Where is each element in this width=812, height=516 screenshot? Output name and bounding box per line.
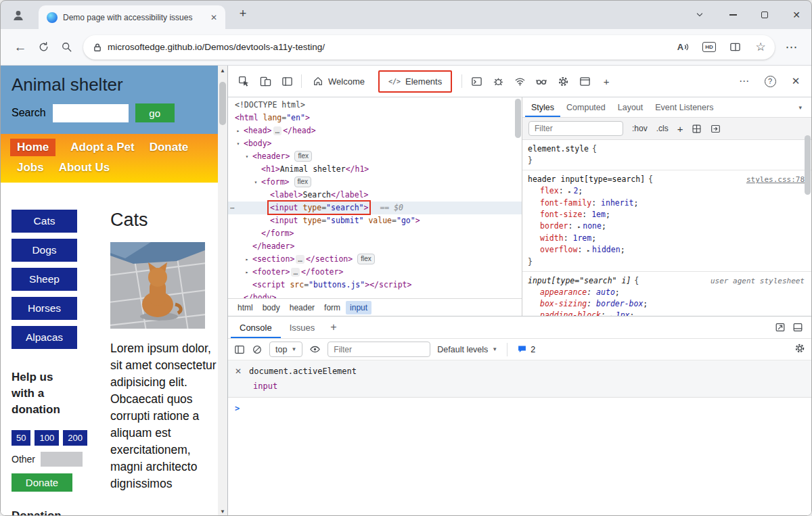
tree-node-header[interactable]: ▾<header>flex [228,150,522,163]
tree-node-h1[interactable]: <h1>Animal shelter</h1> [228,163,522,176]
crumb-form[interactable]: form [320,301,344,314]
console-filter-input[interactable] [328,342,430,357]
tab-layout[interactable]: Layout [612,97,650,117]
tab-elements[interactable]: </> Elements [378,70,452,93]
rendering-settings-button[interactable] [553,71,573,91]
tab-event-listeners[interactable]: Event Listeners [649,97,719,117]
context-selector[interactable]: top ▼ [269,342,302,357]
nav-donate-link[interactable]: Donate [150,141,189,154]
minimize-button[interactable] [729,14,737,15]
add-panel-button[interactable]: + [596,71,616,91]
expand-property-icon[interactable]: ▸ [568,189,572,195]
layout-panel-button[interactable] [574,71,595,91]
console-prompt[interactable]: > [228,398,811,419]
dom-scroll-thumb[interactable] [515,99,521,138]
popout-icon[interactable] [775,322,786,333]
dogs-button[interactable]: Dogs [12,239,77,262]
inspect-element-button[interactable] [233,71,254,91]
styles-filter-input[interactable] [528,121,623,136]
crumb-input[interactable]: input [346,301,371,314]
scroll-up-icon[interactable]: ▲ [220,68,225,74]
expanded-arrow-icon[interactable]: ▾ [252,176,260,189]
search-button[interactable] [55,36,78,59]
message-count[interactable]: 2 [517,344,535,354]
close-window-button[interactable]: ✕ [792,9,800,20]
other-amount-input[interactable] [41,452,83,467]
rule-header-input-search[interactable]: header input[type=search] { styles.css:7… [522,170,811,272]
expanded-arrow-icon[interactable]: ▾ [243,150,251,163]
tree-node-html[interactable]: <html lang="en"> [228,112,522,124]
computed-sidebar-icon[interactable] [710,124,721,134]
horses-button[interactable]: Horses [12,297,77,320]
profile-button[interactable] [7,5,29,26]
alpacas-button[interactable]: Alpacas [12,326,77,349]
nav-adopt-link[interactable]: Adopt a Pet [70,141,134,154]
devtools-menu-button[interactable]: ⋯ [734,71,754,91]
tree-node-input-search[interactable]: ⋯ <input type="search"> == $0 [228,202,522,214]
tree-node-body[interactable]: ▾<body> [228,137,522,150]
vision-deficiencies-button[interactable] [531,71,551,91]
crumb-html[interactable]: html [233,301,257,314]
amount-100-button[interactable]: 100 [35,430,59,446]
expand-children-button[interactable]: … [296,255,304,264]
read-aloud-button[interactable]: A [673,37,694,57]
tree-node-body-close[interactable]: </body> [228,291,522,298]
console-drawer-button[interactable] [466,71,487,91]
go-button[interactable]: go [135,103,175,122]
tab-search-chevron-icon[interactable] [694,9,705,20]
flex-badge[interactable]: flex [357,254,375,264]
tree-node-input-submit[interactable]: <input type="submit" value="go"> [228,214,522,227]
nav-about-link[interactable]: About Us [59,161,110,174]
flex-badge[interactable]: flex [294,177,312,187]
devtools-close-button[interactable]: ✕ [786,71,806,91]
tree-node-form[interactable]: ▾<form>flex [228,176,522,189]
tree-node-form-close[interactable]: </form> [228,227,522,240]
hover-state-toggle[interactable]: :hov [632,124,648,133]
collapsed-arrow-icon[interactable]: ▸ [243,266,251,279]
element-state-icon[interactable] [692,124,702,134]
more-tabs-chevron-icon[interactable]: ▾ [798,104,802,111]
new-tab-button[interactable]: + [235,7,251,21]
amount-50-button[interactable]: 50 [12,430,30,446]
devtools-help-button[interactable]: ? [760,71,780,91]
log-levels-dropdown[interactable]: Default levels ▼ [437,345,497,354]
tab-issues[interactable]: Issues [281,316,324,338]
stylesheet-link[interactable]: styles.css:78 [741,174,805,185]
dock-bottom-icon[interactable] [792,322,803,333]
tree-node-label[interactable]: <label>Search</label> [228,189,522,202]
expand-property-icon[interactable]: ▸ [587,248,590,254]
eye-icon[interactable] [309,344,321,355]
flex-badge[interactable]: flex [294,151,312,162]
dom-scrollbar[interactable] [514,99,521,297]
crumb-body[interactable]: body [258,301,284,314]
device-emulation-button[interactable] [255,71,275,91]
cats-button[interactable]: Cats [12,210,77,233]
refresh-button[interactable] [32,36,55,59]
maximize-button[interactable] [761,11,768,18]
rule-user-agent[interactable]: input[type="search" i] { user agent styl… [522,272,811,316]
tree-node-section[interactable]: ▸<section>…</section>flex [228,253,522,266]
back-button[interactable]: ← [9,36,32,59]
console-sidebar-icon[interactable] [234,344,245,355]
styles-scrollbar[interactable] [804,119,811,314]
hd-button[interactable]: HD [699,37,719,57]
remove-expression-icon[interactable]: ✕ [235,367,242,376]
expanded-arrow-icon[interactable]: ▾ [234,137,242,150]
nav-jobs-link[interactable]: Jobs [17,161,44,174]
tree-node-footer[interactable]: ▸<footer>…</footer> [228,266,522,279]
page-scroll-thumb[interactable] [219,82,226,125]
split-screen-button[interactable] [725,37,745,57]
page-search-input[interactable] [53,104,129,122]
add-drawer-tab-button[interactable]: + [323,321,343,333]
node-menu-icon[interactable]: ⋯ [230,202,235,214]
expand-children-button[interactable]: … [273,126,282,135]
tree-node-doctype[interactable]: <!DOCTYPE html> [228,99,522,112]
tab-computed[interactable]: Computed [560,97,612,117]
address-bar[interactable]: microsoftedge.github.io/Demos/devtools-a… [83,35,775,60]
tree-node-script[interactable]: <script src="buttons.js"></script> [228,279,522,291]
crumb-header[interactable]: header [286,301,319,314]
network-conditions-button[interactable] [510,71,530,91]
favorites-button[interactable]: ☆ [750,37,771,57]
clear-console-icon[interactable] [252,344,263,355]
browser-tab[interactable]: Demo page with accessibility issues ✕ [39,5,225,29]
